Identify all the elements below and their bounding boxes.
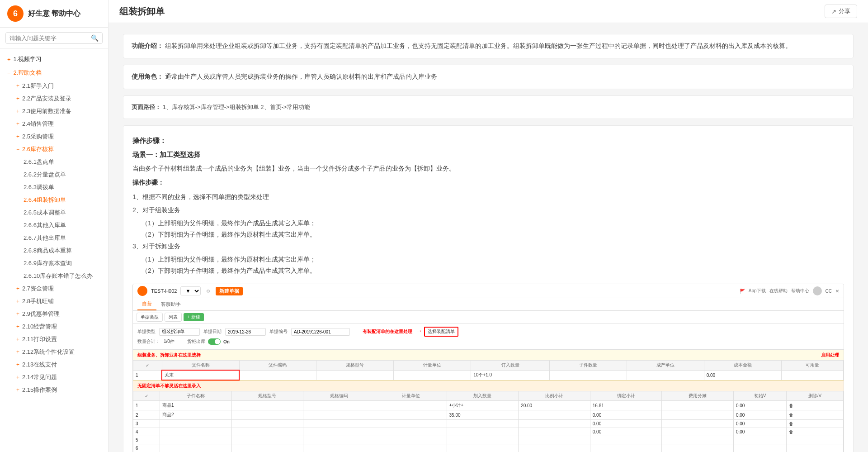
- sidebar-item-data-prep[interactable]: + 2.3使用前数据准备: [0, 105, 108, 118]
- sidebar-item-cases[interactable]: + 2.15操作案例: [0, 384, 108, 396]
- lrow2-name: 商品2: [160, 410, 232, 420]
- col-prod-unit: 成产单位: [627, 361, 704, 371]
- expand-icon: +: [16, 298, 19, 305]
- lcol-init: 初始V: [733, 391, 786, 401]
- lrow2-del[interactable]: 🗑: [787, 410, 844, 420]
- field-num[interactable]: [291, 328, 350, 336]
- sidebar-item-print[interactable]: + 2.11打印设置: [0, 333, 108, 346]
- tab-list[interactable]: 列表: [165, 313, 182, 322]
- sidebar-item-stocktake[interactable]: 2.6.1盘点单: [24, 156, 108, 168]
- col-spec: 规格型号: [316, 361, 394, 371]
- bom-select-btn[interactable]: 选择装配清单: [424, 327, 458, 337]
- sidebar-item-label: 2.13在线支付: [22, 361, 57, 369]
- feature-intro-label: 功能介绍：: [132, 42, 163, 49]
- app-selector[interactable]: ▼: [180, 286, 201, 295]
- lrow1-unit: [375, 401, 447, 410]
- app-nav-service[interactable]: 客服助手: [156, 299, 185, 310]
- cell-qty-in: 10个+1.0: [471, 370, 550, 380]
- tab-new[interactable]: + 新建: [184, 313, 204, 321]
- sidebar-item-faq[interactable]: + 2.14常见问题: [0, 371, 108, 384]
- new-doc-btn[interactable]: 新建单据: [216, 287, 243, 295]
- app-nav-own[interactable]: 自营: [137, 298, 156, 310]
- field-date[interactable]: [225, 328, 266, 336]
- expand-icon: +: [16, 121, 19, 127]
- col-qty-in: 订入数量: [471, 361, 550, 371]
- path-box: 页面路径： 1、库存核算->库存管理->组装拆卸单 2、首页->常用功能: [123, 95, 854, 119]
- sidebar-item-inventory-ledger[interactable]: 2.6.9库存账本查询: [24, 257, 108, 270]
- sidebar-item-inventory-wrong[interactable]: 2.6.10库存账本错了怎么办: [24, 270, 108, 282]
- sidebar-item-label: 2.8手机旺铺: [22, 297, 54, 305]
- sidebar-item-label: 2.6.5成本调整单: [24, 209, 66, 217]
- upper-table: ✓ 父件名称 父件编码 规格型号 计量单位 订入数量 子件数量 成产单位 成本金…: [133, 360, 844, 381]
- sidebar-item-purchase[interactable]: + 2.5采购管理: [0, 130, 108, 143]
- field-count-value: 1/0件: [164, 338, 175, 345]
- step3-sub1: （1）上部明细为父件明细，最终作为原材料生成其它出库单；: [142, 254, 844, 265]
- sidebar-item-cost-recalc[interactable]: 2.6.8商品成本重算: [24, 244, 108, 257]
- expand-icon: +: [16, 324, 19, 330]
- annotation-enable: 启用处理: [821, 352, 839, 358]
- sidebar-item-assembly[interactable]: 2.6.4组装拆卸单: [24, 194, 108, 206]
- expand-icon: +: [16, 83, 19, 89]
- sidebar-item-newbie[interactable]: + 2.1新手入门: [0, 80, 108, 92]
- field-doctype[interactable]: [159, 328, 200, 336]
- sidebar-item-other-in[interactable]: 2.6.6其他入库单: [24, 219, 108, 232]
- expand-icon: +: [16, 285, 19, 292]
- sidebar-item-finance[interactable]: + 2.7资金管理: [0, 282, 108, 295]
- expand-icon: +: [16, 387, 19, 393]
- sidebar-item-sales[interactable]: + 2.4销售管理: [0, 118, 108, 130]
- share-label: 分享: [839, 7, 850, 15]
- app-form: 单据类型 单据日期 单据编号 有装配清单的在这里处理 → 选择装配清单: [133, 324, 844, 350]
- path-label: 页面路径：: [132, 104, 161, 110]
- sidebar-item-inventory[interactable]: − 2.6库存核算: [0, 143, 108, 156]
- sidebar-item-label: 2.15操作案例: [22, 386, 57, 394]
- app-icon-app: App下载: [749, 288, 766, 294]
- table-row: 6: [133, 444, 844, 452]
- sidebar-item-label: 2.9优惠券管理: [22, 310, 60, 318]
- sidebar-item-helpdocs[interactable]: − 2.帮助文档: [0, 66, 108, 80]
- app-logo: [137, 286, 147, 296]
- sidebar-item-operations[interactable]: + 2.10经营管理: [0, 320, 108, 333]
- sidebar-item-install[interactable]: + 2.2产品安装及登录: [0, 92, 108, 105]
- step3: 3、对于拆卸业务: [132, 241, 844, 252]
- lrow1-num: 1: [133, 401, 160, 410]
- tab-doc-type[interactable]: 单据类型: [137, 313, 163, 322]
- step3-sub2: （2）下部明细为子件明细，最终作为产成品生成其它入库单。: [142, 265, 844, 276]
- role-box: 使用角色： 通常由生产人员或库管人员完成拆装业务的操作，库管人员确认原材料的出库…: [123, 65, 854, 89]
- sidebar-item-label: 2.6.4组装拆卸单: [24, 196, 66, 204]
- cell-spec: [316, 370, 394, 380]
- sidebar-item-transfer[interactable]: 2.6.3调拨单: [24, 181, 108, 194]
- lcol-bind: 绑定小计: [590, 391, 662, 401]
- arrow-right-icon: →: [416, 327, 422, 334]
- lrow2-ratio: [519, 410, 590, 420]
- sidebar-header: 6 好生意 帮助中心: [0, 0, 108, 28]
- app-company: TEST-H002: [151, 288, 177, 294]
- sidebar-item-mobile[interactable]: + 2.8手机旺铺: [0, 295, 108, 308]
- sidebar-item-label: 2.5采购管理: [22, 133, 54, 141]
- share-icon: ↗: [831, 8, 836, 15]
- brand-name: 好生意 帮助中心: [28, 9, 80, 19]
- sidebar-item-label: 2.6.6其他入库单: [24, 221, 66, 229]
- sidebar-item-label: 1.视频学习: [14, 55, 42, 63]
- search-input[interactable]: [9, 35, 91, 42]
- sidebar-item-personalize[interactable]: + 2.12系统个性化设置: [0, 346, 108, 358]
- sidebar-item-video[interactable]: + 1.视频学习: [0, 52, 108, 66]
- sidebar-item-coupon[interactable]: + 2.9优惠券管理: [0, 308, 108, 320]
- search-button[interactable]: 🔍: [91, 34, 99, 42]
- sidebar-item-cost-adj[interactable]: 2.6.5成本调整单: [24, 206, 108, 219]
- toggle-on-label: On: [223, 339, 230, 344]
- sidebar-item-payment[interactable]: + 2.13在线支付: [0, 358, 108, 371]
- toggle-switch[interactable]: [208, 338, 221, 345]
- close-icon[interactable]: ✕: [835, 289, 839, 294]
- share-button[interactable]: ↗ 分享: [825, 5, 857, 18]
- sidebar-item-other-out[interactable]: 2.6.7其他出库单: [24, 232, 108, 244]
- sidebar-item-partial-stocktake[interactable]: 2.6.2分量盘点单: [24, 168, 108, 181]
- path-text: 1、库存核算->库存管理->组装拆卸单 2、首页->常用功能: [163, 104, 311, 110]
- col-cost: 成本金额: [704, 361, 781, 371]
- lrow1-del[interactable]: 🗑: [787, 401, 844, 410]
- sidebar-item-label: 2.4销售管理: [22, 120, 54, 128]
- sidebar-item-label: 2.6库存核算: [22, 145, 54, 153]
- cell-parent-name[interactable]: 关末: [162, 370, 239, 380]
- annotation-bom: 有装配清单的在这里处理: [363, 329, 412, 334]
- field-label-count: 数量合计：: [137, 338, 160, 345]
- table-row: 1 商品1 +小计+ 20.00 16.81 0.00 🗑: [133, 401, 844, 410]
